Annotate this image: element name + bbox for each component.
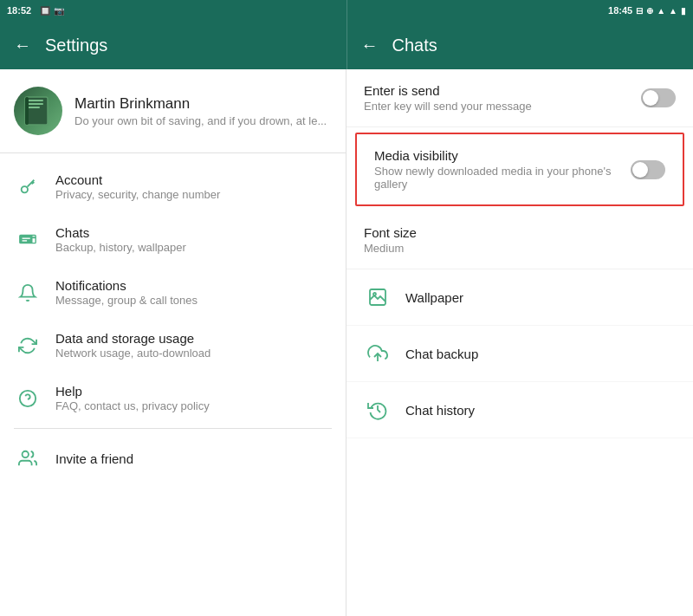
status-bars: 18:52 🔲 📷 18:45 ⊟ ⊕ ▲ ▲ ▮ <box>0 0 693 21</box>
help-text: Help FAQ, contact us, privacy policy <box>55 384 210 412</box>
invite-text: Invite a friend <box>55 451 133 466</box>
profile-name: Martin Brinkmann <box>74 95 327 113</box>
svg-point-5 <box>22 186 28 192</box>
svg-rect-4 <box>25 97 29 125</box>
avatar-image <box>14 87 62 135</box>
chats-item-sub: Backup, history, wallpaper <box>55 241 186 254</box>
status-bar-left: 18:52 🔲 📷 <box>0 0 346 21</box>
back-button-right[interactable]: ← <box>361 36 379 55</box>
headers: ← Settings ← Chats <box>0 21 693 69</box>
chat-history-item[interactable]: Chat history <box>346 382 693 438</box>
svg-rect-3 <box>28 107 40 108</box>
sim-icon-right: ⊟ <box>636 6 643 16</box>
notifications-sub: Message, group & call tones <box>55 294 198 307</box>
vpn-icon: ⊕ <box>646 6 653 16</box>
chat-history-label: Chat history <box>405 403 475 418</box>
chats-title: Chats <box>392 36 437 55</box>
settings-title: Settings <box>45 36 107 55</box>
enter-is-send-text: Enter is send Enter key will send your m… <box>364 83 532 113</box>
chat-backup-item[interactable]: Chat backup <box>346 326 693 382</box>
time-left: 18:52 <box>7 5 31 16</box>
data-title: Data and storage usage <box>55 331 210 346</box>
chats-item-title: Chats <box>55 225 186 240</box>
main-content: Martin Brinkmann Do your own bit of savi… <box>0 69 693 616</box>
signal-icon: ▲ <box>669 6 677 16</box>
help-title: Help <box>55 384 210 399</box>
notifications-title: Notifications <box>55 278 198 293</box>
font-size-label: Font size <box>364 225 417 240</box>
media-visibility-label: Media visibility <box>374 148 631 163</box>
enter-is-send-toggle[interactable] <box>641 88 676 107</box>
notifications-text: Notifications Message, group & call tone… <box>55 278 198 307</box>
chat-backup-label: Chat backup <box>405 347 478 361</box>
battery-icon: ▮ <box>681 6 686 16</box>
time-right: 18:45 <box>608 5 632 16</box>
account-text: Account Privacy, security, change number <box>55 172 220 201</box>
people-icon <box>14 444 42 472</box>
chats-text: Chats Backup, history, wallpaper <box>55 225 186 254</box>
account-sub: Privacy, security, change number <box>55 188 220 201</box>
media-visibility-text: Media visibility Show newly downloaded m… <box>374 148 631 191</box>
wallpaper-label: Wallpaper <box>405 290 463 305</box>
font-size-text: Font size Medium <box>364 225 417 255</box>
media-visibility-highlight: Media visibility Show newly downloaded m… <box>355 133 684 206</box>
data-sub: Network usage, auto-download <box>55 347 210 360</box>
header-right: ← Chats <box>347 21 694 69</box>
sidebar-item-notifications[interactable]: Notifications Message, group & call tone… <box>0 266 346 319</box>
help-icon <box>14 385 42 412</box>
settings-divider <box>14 428 332 429</box>
header-left: ← Settings <box>0 21 346 69</box>
profile-bio: Do your own bit of saving, and if you dr… <box>74 114 327 127</box>
camera-icon: 📷 <box>54 6 64 16</box>
settings-list: Account Privacy, security, change number <box>0 153 346 491</box>
sidebar-item-help[interactable]: Help FAQ, contact us, privacy policy <box>0 372 346 425</box>
media-visibility-item: Media visibility Show newly downloaded m… <box>357 134 683 204</box>
enter-is-send-label: Enter is send <box>364 83 532 98</box>
font-size-sub: Medium <box>364 242 417 255</box>
profile-section[interactable]: Martin Brinkmann Do your own bit of savi… <box>0 69 346 153</box>
sim-icon-left: 🔲 <box>40 6 50 16</box>
history-icon <box>364 396 392 424</box>
sidebar-item-invite[interactable]: Invite a friend <box>0 432 346 484</box>
sidebar-item-account[interactable]: Account Privacy, security, change number <box>0 160 346 213</box>
media-visibility-sub: Show newly downloaded media in your phon… <box>374 165 631 191</box>
avatar <box>14 87 62 135</box>
back-button-left[interactable]: ← <box>14 36 31 55</box>
right-panel: Enter is send Enter key will send your m… <box>346 69 693 616</box>
chat-icon <box>14 226 42 254</box>
svg-point-13 <box>23 451 29 457</box>
svg-rect-1 <box>28 100 43 101</box>
bell-icon <box>14 279 42 307</box>
help-sub: FAQ, contact us, privacy policy <box>55 399 210 412</box>
wifi-icon: ▲ <box>657 6 665 16</box>
backup-icon <box>364 340 392 367</box>
profile-info: Martin Brinkmann Do your own bit of savi… <box>74 95 327 127</box>
invite-title: Invite a friend <box>55 451 133 466</box>
data-text: Data and storage usage Network usage, au… <box>55 331 210 360</box>
sync-icon <box>14 332 42 360</box>
account-title: Account <box>55 172 220 187</box>
enter-is-send-item: Enter is send Enter key will send your m… <box>346 69 693 127</box>
sidebar-item-data[interactable]: Data and storage usage Network usage, au… <box>0 319 346 372</box>
enter-is-send-sub: Enter key will send your message <box>364 100 532 113</box>
media-visibility-toggle[interactable] <box>631 160 665 179</box>
svg-point-15 <box>373 293 376 295</box>
sidebar-item-chats[interactable]: Chats Backup, history, wallpaper <box>0 213 346 266</box>
svg-rect-2 <box>28 103 43 105</box>
wallpaper-icon <box>364 283 392 311</box>
wallpaper-item[interactable]: Wallpaper <box>346 269 693 326</box>
status-bar-right: 18:45 ⊟ ⊕ ▲ ▲ ▮ <box>347 0 694 21</box>
font-size-item[interactable]: Font size Medium <box>346 211 693 269</box>
left-panel: Martin Brinkmann Do your own bit of savi… <box>0 69 346 616</box>
key-icon <box>14 173 42 201</box>
svg-rect-6 <box>20 235 33 243</box>
